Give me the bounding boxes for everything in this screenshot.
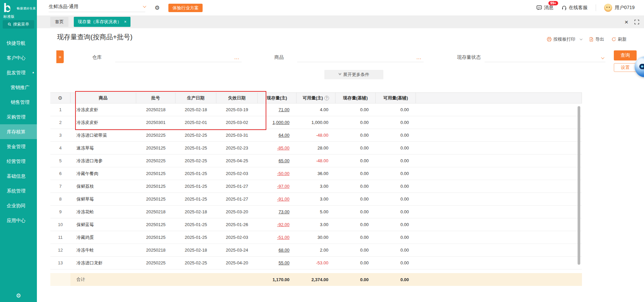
sidebar-menu: 快捷导航客户中心批发管理▲营销推广销售管理采购管理库存核算资金管理经营管理基础信…: [0, 36, 37, 228]
sidebar-item-customer-center[interactable]: 客户中心: [0, 50, 37, 65]
filter-goods-input[interactable]: ⋯: [297, 53, 424, 62]
table-row[interactable]: 11冷藏鸡蛋202501252025-01-252025-02-03-51.00…: [50, 231, 582, 244]
cell-qty-aux: 0.00: [335, 103, 376, 116]
qty-main-link[interactable]: -50.00: [277, 171, 289, 176]
cell-expiry-date: 2025-03-02: [216, 116, 258, 129]
print-by-template-button[interactable]: 按模板打印: [547, 36, 582, 42]
cell-filler: [416, 231, 582, 244]
cell-filler: [416, 155, 582, 167]
filter-stock-status-select[interactable]: [485, 53, 605, 62]
column-header-exp: 失效日期: [216, 93, 258, 103]
fullscreen-icon[interactable]: [634, 19, 639, 25]
sidebar-item-purchase[interactable]: 采购管理: [0, 110, 37, 124]
expand-more-conditions[interactable]: 展开更多条件: [324, 70, 383, 79]
sidebar-item-base-info[interactable]: 基础信息: [0, 169, 37, 183]
table-row[interactable]: 12冷冻牛蛙202502182025-02-182025-03-2468.002…: [50, 244, 582, 257]
cell-production-date: 2025-02-18: [175, 244, 216, 256]
table-row[interactable]: 2冷冻皮皮虾202503012025-02-012025-03-021,000.…: [50, 116, 582, 129]
sidebar-item-label: 应用中心: [7, 218, 25, 223]
qty-main-link[interactable]: 55.00: [278, 260, 289, 265]
qty-main-link[interactable]: -91.00: [277, 197, 289, 202]
settings-gear-icon[interactable]: ⚙: [155, 4, 160, 11]
filter-collapse-handle[interactable]: »: [56, 50, 64, 63]
cell-batch: 20250225: [136, 129, 175, 141]
qty-main-link[interactable]: 64.00: [278, 133, 289, 138]
cell-avail-main: 36.00: [297, 167, 335, 180]
online-support-button[interactable]: 在线客服: [561, 5, 588, 11]
table-row[interactable]: 8保鲜草莓202501252025-01-252025-01-27-91.003…: [50, 193, 582, 206]
table-row[interactable]: 7保鲜荔枝202501252025-01-252025-01-27-97.003…: [50, 180, 582, 193]
table-row[interactable]: 9冷冻花蛤202502182025-02-182025-03-2073.005.…: [50, 206, 582, 218]
table-row[interactable]: 4速冻草莓202501252025-01-252025-02-23-85.002…: [50, 142, 582, 155]
cell-avail-main: 4.00: [297, 103, 335, 116]
trial-plan-button[interactable]: 体验行业方案: [168, 4, 203, 12]
account-select[interactable]: 生鲜冻品-通用: [49, 4, 145, 12]
sidebar-item-quick-nav[interactable]: 快捷导航: [0, 36, 37, 50]
messages-button[interactable]: 消息 99+: [536, 5, 553, 11]
table-row[interactable]: 1冷冻皮皮虾202502182025-02-182025-03-1971.004…: [50, 103, 582, 116]
qty-main-link[interactable]: -97.00: [277, 184, 289, 189]
sidebar-item-funds[interactable]: 资金管理: [0, 139, 37, 154]
sidebar-item-app-center[interactable]: 应用中心: [0, 213, 37, 228]
row-index: 10: [50, 218, 70, 231]
table-row[interactable]: 3冷冻进口裙带菜202502252025-02-252025-03-3164.0…: [50, 129, 582, 142]
column-settings-gear-icon[interactable]: ⚙: [58, 95, 62, 101]
sidebar-item-wholesale[interactable]: 批发管理▲: [0, 65, 37, 80]
cell-avail-main: -48.00: [297, 155, 335, 167]
sidebar-item-label: 营销推广: [11, 85, 30, 90]
row-index: 11: [50, 231, 70, 244]
user-menu[interactable]: 用户0719: [604, 4, 635, 12]
tab-close-icon[interactable]: ×: [124, 17, 126, 27]
sidebar-item-label: 企业协同: [7, 203, 25, 208]
cell-qty-main: -91.00: [258, 193, 297, 205]
help-icon[interactable]: ?: [324, 96, 329, 100]
row-index: 9: [50, 206, 70, 218]
query-button[interactable]: 查询: [614, 50, 637, 60]
qty-main-link[interactable]: 65.00: [278, 158, 289, 163]
menu-search-input[interactable]: 搜索菜单: [3, 20, 34, 29]
qty-main-link[interactable]: -51.00: [277, 235, 289, 240]
qty-main-link[interactable]: -92.00: [277, 222, 289, 227]
sidebar-item-system[interactable]: 系统管理: [0, 183, 37, 198]
qty-main-link[interactable]: 71.00: [278, 107, 289, 112]
sidebar-item-marketing[interactable]: 营销推广: [0, 80, 37, 95]
table-row[interactable]: 6冷藏午餐肉202501252025-01-252025-02-03-50.00…: [50, 167, 582, 180]
sidebar-item-sales[interactable]: 销售管理: [0, 95, 37, 110]
export-button[interactable]: 导出: [589, 36, 604, 42]
cell-product: 冷藏鸡蛋: [70, 231, 136, 244]
cell-product: 保鲜草莓: [70, 193, 136, 205]
more-options-icon[interactable]: ⋯: [416, 57, 422, 60]
row-index: 6: [50, 167, 70, 180]
qty-main-link[interactable]: 73.00: [278, 209, 289, 214]
qty-main-link[interactable]: 1,000.00: [272, 120, 289, 125]
sidebar-item-inventory[interactable]: 库存核算: [0, 124, 37, 139]
cell-expiry-date: 2025-03-31: [216, 129, 258, 141]
total-avail-main: 2,374.00: [297, 273, 335, 286]
table-row[interactable]: 13冷冻进口龙虾202502252025-02-252025-04-2055.0…: [50, 257, 582, 269]
sidebar-settings-gear-icon[interactable]: ⚙: [0, 292, 37, 299]
more-options-icon[interactable]: ⋯: [234, 57, 239, 60]
settings-button[interactable]: 设置: [614, 63, 637, 72]
qty-main-link[interactable]: 68.00: [278, 248, 289, 253]
qty-main-link[interactable]: -85.00: [277, 145, 289, 150]
refresh-button[interactable]: 刷新: [611, 36, 627, 42]
close-page-icon[interactable]: ×: [625, 19, 628, 25]
cell-batch: 20250225: [136, 155, 175, 167]
expand-more-label: 展开更多条件: [343, 72, 369, 78]
cell-avail-main: 3.00: [297, 180, 335, 192]
cell-filler: [416, 218, 582, 231]
cell-avail-main: 3.00: [297, 193, 335, 205]
tab-home[interactable]: 首页: [50, 17, 68, 27]
tab-current-stock[interactable]: 现存量（库存状况表） ×: [74, 17, 130, 27]
filter-warehouse-input[interactable]: ⋯: [115, 53, 241, 62]
export-icon: [589, 37, 594, 42]
cell-production-date: 2025-02-25: [175, 129, 216, 141]
sidebar-item-operations[interactable]: 经营管理: [0, 154, 37, 169]
cell-batch: 20250218: [136, 244, 175, 256]
table-row[interactable]: 10保鲜蓝莓202501252025-01-252025-01-26-92.00…: [50, 218, 582, 231]
sidebar-item-collaboration[interactable]: 企业协同: [0, 198, 37, 213]
cell-qty-main: 68.00: [258, 244, 297, 256]
table-row[interactable]: 5冷冻进口海参202502252025-02-252025-04-2565.00…: [50, 155, 582, 167]
cell-batch: 20250218: [136, 103, 175, 116]
scrollbar-thumb[interactable]: [578, 106, 580, 265]
